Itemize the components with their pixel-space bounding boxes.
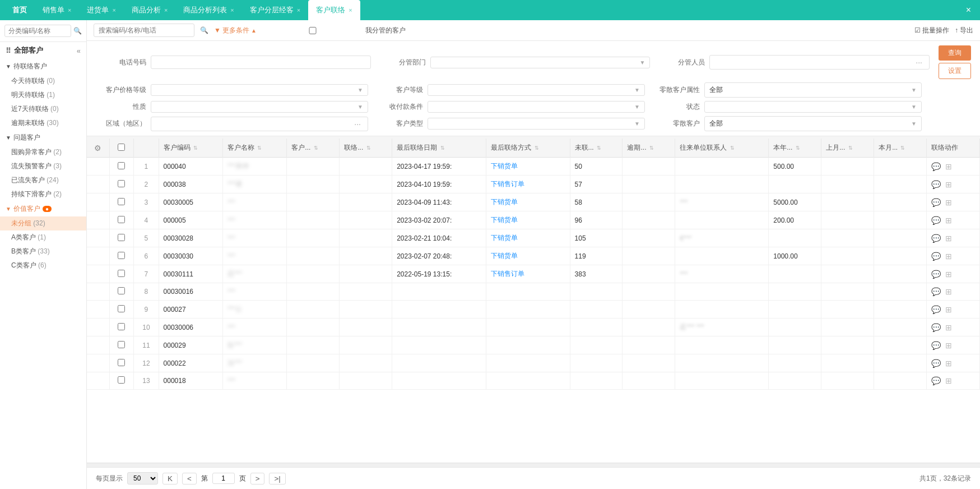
page-number-input[interactable] xyxy=(212,473,235,484)
row-action-12[interactable]: 💬 ⊞ xyxy=(927,372,980,390)
sidebar-search-input[interactable] xyxy=(4,25,71,37)
grid-action-icon-12[interactable]: ⊞ xyxy=(945,376,952,385)
row-checkbox-12[interactable] xyxy=(109,372,134,390)
col-no-contact[interactable]: 未联... ⇅ xyxy=(570,139,623,158)
filter-select-sparse-customer[interactable]: 全部 ▼ xyxy=(704,116,922,131)
col-unit-contact[interactable]: 往来单位联系人 ⇅ xyxy=(675,139,769,158)
tab-product-analysis[interactable]: 商品分析 × xyxy=(124,0,175,20)
filter-select-sparse-attr[interactable]: 全部 ▼ xyxy=(704,82,922,98)
row-checkbox-0[interactable] xyxy=(109,158,134,176)
col-this-year[interactable]: 本年... ⇅ xyxy=(769,139,821,158)
col-contact[interactable]: 联络... ⇅ xyxy=(340,139,392,158)
row-action-4[interactable]: 💬 ⊞ xyxy=(927,229,980,247)
grid-action-icon-3[interactable]: ⊞ xyxy=(945,216,952,225)
chat-icon-8[interactable]: 💬 xyxy=(931,305,941,314)
close-tab-purchase-order[interactable]: × xyxy=(112,7,115,13)
row-checkbox-5[interactable] xyxy=(109,247,134,265)
search-input[interactable] xyxy=(94,24,194,37)
col-customer-type[interactable]: 客户... ⇅ xyxy=(287,139,340,158)
grid-action-icon-10[interactable]: ⊞ xyxy=(945,341,952,350)
chat-icon-4[interactable]: 💬 xyxy=(931,234,941,243)
row-last-method-2[interactable]: 下销货单 xyxy=(486,193,570,211)
query-button[interactable]: 查询 xyxy=(939,45,971,61)
row-last-method-12[interactable] xyxy=(486,372,570,390)
sidebar-all-customers[interactable]: ⠿ 全部客户 « xyxy=(0,42,86,59)
sidebar-item-7days-pending[interactable]: 近7天待联络 (0) xyxy=(0,102,86,116)
filter-input-phone[interactable] xyxy=(151,56,371,69)
filter-select-person[interactable]: ··· xyxy=(709,55,930,70)
row-last-method-11[interactable] xyxy=(486,354,570,372)
sidebar-item-declining[interactable]: 持续下滑客户 (2) xyxy=(0,187,86,201)
row-last-method-0[interactable]: 下销货单 xyxy=(486,158,570,176)
col-customer-code[interactable]: 客户编码 ⇅ xyxy=(159,139,222,158)
tab-sales-order[interactable]: 销售单 × xyxy=(35,0,79,20)
row-checkbox-8[interactable] xyxy=(109,301,134,319)
filter-select-region[interactable]: ··· xyxy=(151,117,368,131)
row-checkbox-6[interactable] xyxy=(109,265,134,283)
col-customer-name[interactable]: 客户名称 ⇅ xyxy=(222,139,286,158)
row-action-7[interactable]: 💬 ⊞ xyxy=(927,283,980,301)
page-size-select[interactable]: 50 20 100 xyxy=(127,472,158,485)
row-checkbox-3[interactable] xyxy=(109,211,134,229)
chat-icon-11[interactable]: 💬 xyxy=(931,359,941,368)
export-button[interactable]: ↑ 导出 xyxy=(955,26,973,35)
col-checkbox[interactable] xyxy=(109,139,134,158)
sidebar-item-hoarding-abnormal[interactable]: 囤购异常客户 (2) xyxy=(0,145,86,159)
row-action-1[interactable]: 💬 ⊞ xyxy=(927,176,980,193)
grid-action-icon-7[interactable]: ⊞ xyxy=(945,287,952,296)
dots-icon-person[interactable]: ··· xyxy=(913,58,925,67)
row-checkbox-4[interactable] xyxy=(109,229,134,247)
chat-icon-2[interactable]: 💬 xyxy=(931,198,941,207)
filter-select-dept[interactable]: ▼ xyxy=(430,57,651,68)
sidebar-item-class-a[interactable]: A类客户 (1) xyxy=(0,230,86,245)
close-tab-customer-segment[interactable]: × xyxy=(297,7,300,13)
filter-select-customer-level[interactable]: ▼ xyxy=(428,84,645,96)
chat-icon-1[interactable]: 💬 xyxy=(931,180,941,189)
row-checkbox-9[interactable] xyxy=(109,319,134,336)
sidebar-item-tomorrow-pending[interactable]: 明天待联络 (1) xyxy=(0,88,86,102)
reset-button[interactable]: 设置 xyxy=(939,63,971,79)
sidebar-item-churn-warning[interactable]: 流失预警客户 (3) xyxy=(0,159,86,173)
row-last-method-6[interactable]: 下销售订单 xyxy=(486,265,570,283)
row-checkbox-10[interactable] xyxy=(109,336,134,354)
row-action-9[interactable]: 💬 ⊞ xyxy=(927,319,980,336)
chat-icon-5[interactable]: 💬 xyxy=(931,252,941,261)
settings-icon[interactable]: ⚙ xyxy=(94,144,101,153)
my-customers-check[interactable] xyxy=(262,27,363,34)
row-action-11[interactable]: 💬 ⊞ xyxy=(927,354,980,372)
chat-icon-10[interactable]: 💬 xyxy=(931,341,941,350)
sidebar-item-ungrouped[interactable]: 未分组 (32) xyxy=(0,216,86,230)
dots-icon-region[interactable]: ··· xyxy=(352,119,363,128)
grid-action-icon-4[interactable]: ⊞ xyxy=(945,234,952,243)
chat-icon-7[interactable]: 💬 xyxy=(931,287,941,296)
group-header-value-customers[interactable]: ▼ 价值客户 ● xyxy=(0,201,86,216)
grid-action-icon-6[interactable]: ⊞ xyxy=(945,270,952,279)
sidebar-item-overdue-contact[interactable]: 逾期未联络 (30) xyxy=(0,116,86,130)
tab-purchase-order[interactable]: 进货单 × xyxy=(79,0,123,20)
chat-icon-0[interactable]: 💬 xyxy=(931,162,941,171)
filter-select-price-level[interactable]: ▼ xyxy=(151,84,368,96)
my-customers-checkbox[interactable]: 我分管的客户 xyxy=(262,26,406,35)
close-tab-product-analysis[interactable]: × xyxy=(164,7,168,13)
chat-icon-6[interactable]: 💬 xyxy=(931,270,941,279)
grid-action-icon-8[interactable]: ⊞ xyxy=(945,305,952,314)
col-last-contact-method[interactable]: 最后联络方式 ⇅ xyxy=(486,139,570,158)
row-action-6[interactable]: 💬 ⊞ xyxy=(927,265,980,283)
close-all-tabs-button[interactable]: × xyxy=(962,5,976,15)
grid-action-icon-1[interactable]: ⊞ xyxy=(945,180,952,189)
close-tab-customer-contact[interactable]: × xyxy=(349,7,352,13)
close-tab-product-analysis-list[interactable]: × xyxy=(230,7,234,13)
next-page-button[interactable]: > xyxy=(250,473,265,485)
group-header-problem-customers[interactable]: ▼ 问题客户 xyxy=(0,130,86,145)
col-overdue[interactable]: 逾期... ⇅ xyxy=(623,139,675,158)
group-header-pending-contact[interactable]: ▼ 待联络客户 xyxy=(0,59,86,74)
col-this-month[interactable]: 本月... ⇅ xyxy=(874,139,927,158)
row-last-method-10[interactable] xyxy=(486,336,570,354)
row-action-0[interactable]: 💬 ⊞ xyxy=(927,158,980,176)
row-last-method-3[interactable]: 下销货单 xyxy=(486,211,570,229)
chat-icon-3[interactable]: 💬 xyxy=(931,216,941,225)
tab-home[interactable]: 首页 xyxy=(4,0,35,20)
row-checkbox-1[interactable] xyxy=(109,176,134,193)
tab-customer-segment[interactable]: 客户分层经客 × xyxy=(242,0,308,20)
sidebar-item-today-pending[interactable]: 今天待联络 (0) xyxy=(0,74,86,88)
